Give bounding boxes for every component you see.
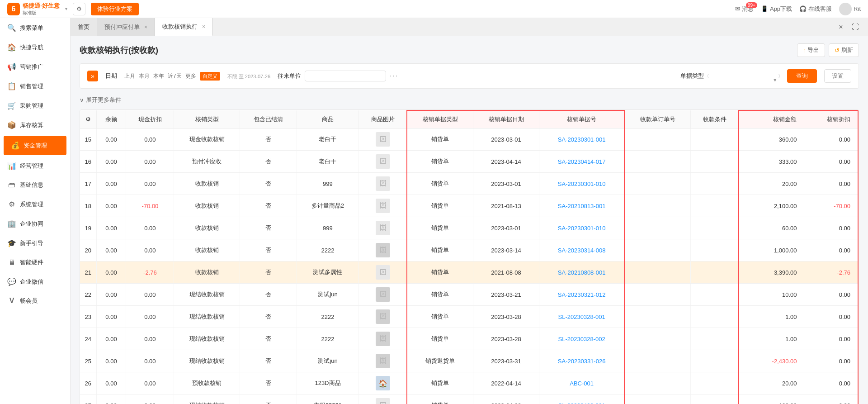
cell-writeoff-date: 2023-03-01	[473, 173, 539, 195]
filter-expand-btn[interactable]: »	[87, 71, 98, 81]
th-gear[interactable]: ⚙	[80, 110, 96, 128]
sidebar-item-marketing[interactable]: 📢 营销推广	[0, 57, 70, 76]
headset-icon: 🎧	[799, 5, 807, 12]
cell-writeoff-date: 2023-03-31	[473, 350, 539, 372]
sidebar-item-sales[interactable]: 📋 销售管理	[0, 76, 70, 96]
cell-receipt-condition	[691, 394, 739, 404]
sidebar-label-quick-nav: 快捷导航	[20, 43, 43, 52]
cell-writeoff-amount: 2,100.00	[739, 195, 804, 217]
cell-id: 17	[80, 173, 96, 195]
sidebar-item-business[interactable]: 📊 经营管理	[0, 156, 70, 176]
date-7days[interactable]: 近7天	[168, 72, 182, 80]
cell-receipt-order-no	[624, 394, 691, 404]
writeoff-number-link[interactable]: SA-20230331-026	[558, 358, 606, 365]
app-download-btn[interactable]: 📱 App下载	[761, 5, 792, 13]
sidebar-item-smart-hw[interactable]: 🖥 智能硬件	[0, 253, 70, 272]
cell-balance: 0.00	[96, 239, 126, 261]
cell-receipt-condition	[691, 350, 739, 372]
sidebar-item-corp[interactable]: 🏢 企业协同	[0, 214, 70, 233]
date-more[interactable]: 更多	[185, 72, 196, 80]
industry-btn[interactable]: 体验行业方案	[91, 3, 139, 15]
cell-cash-discount: 0.00	[126, 173, 174, 195]
cell-writeoff-voucher-type: 销货单	[407, 239, 473, 261]
tab-expand-btn[interactable]: ⛶	[850, 22, 861, 33]
writeoff-number-link[interactable]: SA-20210808-001	[558, 269, 606, 276]
settings-icon[interactable]: ⚙	[73, 3, 85, 15]
expand-conditions-row[interactable]: ∨ 展开更多条件	[80, 94, 859, 106]
date-this-month[interactable]: 本月	[139, 72, 150, 80]
cell-write-off-type: 预付冲应收	[174, 151, 240, 173]
writeoff-number-link[interactable]: SL-20230408-001	[558, 402, 605, 404]
tab-prepay-close[interactable]: ×	[144, 24, 147, 30]
user-name: Rit	[854, 5, 861, 12]
writeoff-number-link[interactable]: SL-20230328-001	[558, 314, 605, 320]
notification-btn[interactable]: ✉ 消息 99+	[735, 5, 754, 13]
sidebar-item-quick-nav[interactable]: 🏠 快捷导航	[0, 38, 70, 57]
sidebar-item-inventory[interactable]: 📦 库存核算	[0, 115, 70, 135]
filter-settings-btn[interactable]: 设置	[824, 69, 851, 83]
cell-balance: 0.00	[96, 306, 126, 328]
writeoff-number-link[interactable]: SA-20230414-017	[558, 158, 606, 165]
export-icon: ↑	[803, 47, 806, 54]
date-custom-btn[interactable]: 自定义	[200, 72, 220, 81]
cell-writeoff-discount: -2.76	[804, 261, 858, 284]
writeoff-number-link[interactable]: ABC-001	[570, 380, 594, 387]
sidebar-label-corp: 企业协同	[20, 220, 43, 228]
sidebar-item-purchase[interactable]: 🛒 采购管理	[0, 96, 70, 115]
tab-prepay[interactable]: 预付冲应付单 ×	[97, 18, 155, 36]
business-icon: 📊	[7, 162, 16, 170]
tab-close-all-btn[interactable]: ×	[835, 22, 846, 33]
chevron-down-icon: ∨	[80, 97, 84, 104]
page-header: 收款核销执行(按收款) ↑ 导出 ↺ 刷新	[80, 43, 859, 57]
tab-writeoff[interactable]: 收款核销执行 ×	[155, 18, 213, 36]
cell-include-settled: 否	[240, 217, 297, 239]
sidebar-label-guide: 新手引导	[20, 239, 43, 247]
cell-receipt-condition	[691, 328, 739, 350]
cell-writeoff-date: 2023-03-01	[473, 217, 539, 239]
tab-writeoff-close[interactable]: ×	[202, 24, 205, 30]
cell-receipt-condition	[691, 284, 739, 306]
sidebar-item-wechat[interactable]: 💬 企业微信	[0, 272, 70, 291]
cell-product-img: 🖼	[359, 195, 407, 217]
sidebar-item-finance[interactable]: 💰 资金管理	[4, 136, 66, 155]
online-service-btn[interactable]: 🎧 在线客服	[799, 5, 832, 13]
sidebar-item-guide[interactable]: 🎓 新手引导	[0, 233, 70, 253]
writeoff-number-link[interactable]: SA-20230314-008	[558, 247, 606, 254]
table-row: 17 0.00 0.00 收款核销 否 999 🖼 销货单 2023-03-01…	[80, 173, 858, 195]
date-last-month[interactable]: 上月	[124, 72, 135, 80]
page-actions: ↑ 导出 ↺ 刷新	[797, 43, 859, 57]
writeoff-number-link[interactable]: SA-20230301-001	[558, 136, 606, 143]
refresh-btn[interactable]: ↺ 刷新	[829, 43, 859, 57]
cell-product: 2222	[297, 306, 359, 328]
export-btn[interactable]: ↑ 导出	[797, 43, 826, 57]
writeoff-number-link[interactable]: SA-20210813-001	[558, 203, 606, 209]
sidebar-item-member[interactable]: V 畅会员	[0, 291, 70, 310]
query-btn[interactable]: 查询	[787, 69, 817, 83]
cell-id: 15	[80, 128, 96, 151]
brand-dropdown-arrow[interactable]: ▾	[65, 6, 67, 11]
finance-icon: 💰	[11, 141, 20, 150]
date-this-year[interactable]: 本年	[153, 72, 164, 80]
th-product-img: 商品图片	[359, 110, 407, 128]
cell-writeoff-amount: 1.00	[739, 328, 804, 350]
cell-writeoff-amount: 1.00	[739, 306, 804, 328]
cell-product: 999	[297, 173, 359, 195]
writeoff-number-link[interactable]: SA-20230321-012	[558, 291, 606, 298]
writeoff-number-link[interactable]: SA-20230301-010	[558, 181, 606, 187]
notification-badge: 99+	[746, 2, 757, 8]
writeoff-number-link[interactable]: SL-20230328-002	[558, 336, 605, 342]
voucher-type-select[interactable]: ▾	[708, 74, 780, 78]
sidebar-item-system[interactable]: ⚙ 系统管理	[0, 195, 70, 214]
tab-home[interactable]: 首页	[71, 18, 97, 36]
member-icon: V	[7, 297, 16, 305]
user-avatar[interactable]: Rit	[839, 3, 861, 15]
inventory-icon: 📦	[7, 121, 16, 129]
cell-writeoff-amount: 100.00	[739, 394, 804, 404]
sidebar-item-base-info[interactable]: 🗃 基础信息	[0, 176, 70, 195]
writeoff-number-link[interactable]: SA-20230301-010	[558, 225, 606, 232]
th-include-settled: 包含已结清	[240, 110, 297, 128]
counterpart-input[interactable]	[305, 71, 386, 81]
cell-balance: 0.00	[96, 151, 126, 173]
cell-receipt-order-no	[624, 261, 691, 284]
sidebar-item-search[interactable]: 🔍 搜索菜单	[0, 18, 70, 38]
